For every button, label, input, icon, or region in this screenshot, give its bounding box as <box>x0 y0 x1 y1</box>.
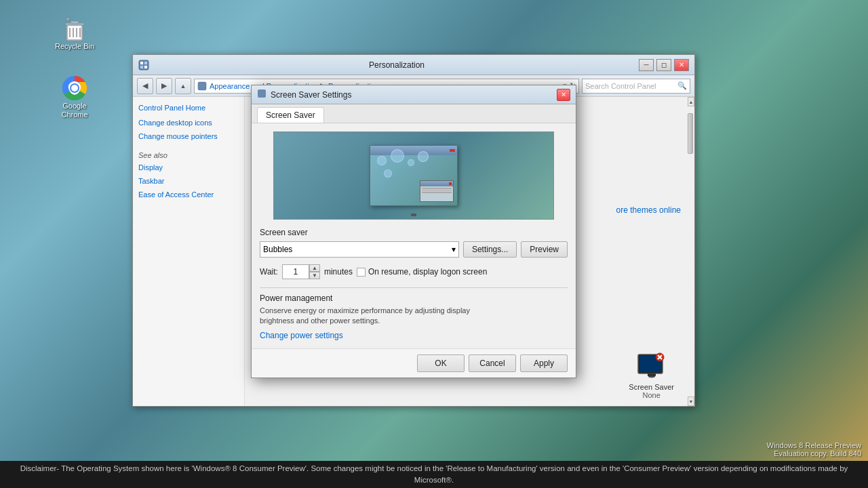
up-button[interactable]: ▲ <box>175 78 191 94</box>
back-button[interactable]: ◀ <box>137 78 153 94</box>
sidebar-home-link[interactable]: Control Panel Home <box>138 104 239 112</box>
logon-checkbox-row: On resume, display logon screen <box>357 267 487 277</box>
disclaimer-text: Disclaimer- The Operating System shown h… <box>20 464 848 484</box>
wait-input[interactable]: 1 <box>282 264 309 279</box>
screen-saver-row: Bubbles ▾ Settings... Preview <box>260 241 568 258</box>
close-button[interactable]: ✕ <box>674 59 689 71</box>
dialog-container: Screen Saver Settings ✕ Screen Saver <box>251 85 576 378</box>
svg-rect-17 <box>140 66 143 68</box>
logon-checkbox[interactable] <box>357 268 366 277</box>
scroll-up-arrow[interactable]: ▲ <box>688 97 694 106</box>
recycle-bin-icon[interactable]: Recycle Bin <box>51 15 98 50</box>
dialog-tabs: Screen Saver <box>252 104 576 123</box>
chrome-label: Google Chrome <box>51 102 98 119</box>
spinner-up[interactable]: ▲ <box>309 264 320 272</box>
screen-saver-dropdown[interactable]: Bubbles ▾ <box>260 241 459 258</box>
minimize-button[interactable]: ─ <box>639 59 654 71</box>
sidebar-display-link[interactable]: Display <box>138 163 239 171</box>
preview-area <box>273 131 554 220</box>
bubble-4 <box>418 155 429 162</box>
sidebar-ease-of-access-link[interactable]: Ease of Access Center <box>138 190 239 199</box>
cancel-button[interactable]: Cancel <box>469 354 516 372</box>
svg-rect-27 <box>258 89 266 98</box>
wait-label: Wait: <box>260 267 278 277</box>
sidebar: Control Panel Home Change desktop icons … <box>133 97 245 406</box>
screen-saver-tab[interactable]: Screen Saver <box>257 107 324 123</box>
recycle-bin-label: Recycle Bin <box>55 42 94 50</box>
chrome-icon-desktop[interactable]: Google Chrome <box>51 75 98 119</box>
scrollbar-thumb[interactable] <box>688 113 693 154</box>
svg-rect-23 <box>648 373 656 376</box>
dialog-title: Screen Saver Settings <box>271 90 557 100</box>
preview-button[interactable]: Preview <box>521 241 568 258</box>
window-title: Personalization <box>155 60 639 70</box>
restore-button[interactable]: ◻ <box>656 59 671 71</box>
more-themes-link[interactable]: ore themes online <box>616 205 681 215</box>
search-icon[interactable]: 🔍 <box>677 81 687 90</box>
mini-window-body <box>370 155 457 205</box>
bubble-5 <box>384 169 392 178</box>
windows-info: Windows 8 Release Preview Evaluation cop… <box>767 441 861 458</box>
screen-saver-value: None <box>643 391 660 399</box>
power-section-desc: Conserve energy or maximize performance … <box>260 306 568 327</box>
window-titlebar: Personalization ─ ◻ ✕ <box>133 55 694 75</box>
disclaimer-bar: Disclaimer- The Operating System shown h… <box>0 461 868 489</box>
dropdown-arrow: ▾ <box>452 245 456 254</box>
scroll-down-arrow[interactable]: ▼ <box>688 396 694 406</box>
svg-rect-19 <box>198 82 206 90</box>
mini-title-bar <box>370 146 457 155</box>
screen-saver-icon <box>635 350 668 383</box>
scrollbar[interactable]: ▲ ▼ <box>688 97 694 406</box>
ok-button[interactable]: OK <box>417 354 465 372</box>
divider <box>260 287 568 288</box>
apply-button[interactable]: Apply <box>520 354 568 372</box>
screen-saver-area: Screen Saver None <box>629 350 674 399</box>
svg-rect-15 <box>140 62 143 64</box>
wait-row: Wait: 1 ▲ ▼ minutes <box>260 264 568 279</box>
minutes-label: minutes <box>324 267 353 277</box>
screen-saver-label: Screen Saver <box>629 383 674 391</box>
wait-spinner[interactable]: ▲ ▼ <box>309 264 320 279</box>
screen-saver-dialog: Screen Saver Settings ✕ Screen Saver <box>251 85 576 378</box>
dropdown-value: Bubbles <box>263 245 292 254</box>
settings-button[interactable]: Settings... <box>463 241 517 258</box>
change-power-settings-link[interactable]: Change power settings <box>260 331 343 340</box>
svg-point-13 <box>71 85 78 92</box>
svg-rect-16 <box>144 62 147 64</box>
power-management-section: Power management Conserve energy or maxi… <box>260 293 568 340</box>
sidebar-taskbar-link[interactable]: Taskbar <box>138 177 239 185</box>
logon-label: On resume, display logon screen <box>368 267 487 277</box>
window-controls: ─ ◻ ✕ <box>639 59 689 71</box>
svg-point-8 <box>66 17 70 21</box>
dialog-content: Screen saver Bubbles ▾ Settings... Previ… <box>252 123 576 348</box>
mini-preview-window <box>370 145 458 206</box>
inner-window <box>420 180 454 202</box>
svg-rect-7 <box>71 21 79 24</box>
screen-saver-section-label: Screen saver <box>260 228 568 237</box>
desktop: Recycle Bin Google Chrome <box>0 0 868 488</box>
bubble-2 <box>391 155 404 163</box>
dialog-titlebar: Screen Saver Settings ✕ <box>252 85 576 104</box>
spinner-down[interactable]: ▼ <box>309 272 320 279</box>
screen-saver-section: Screen saver Bubbles ▾ Settings... Previ… <box>260 228 568 279</box>
sidebar-change-mouse-pointers[interactable]: Change mouse pointers <box>138 132 239 140</box>
see-also-label: See also <box>138 151 239 159</box>
bubble-3 <box>408 159 414 166</box>
power-section-label: Power management <box>260 293 568 303</box>
windows-version-line1: Windows 8 Release Preview <box>767 441 861 449</box>
dialog-close-button[interactable]: ✕ <box>557 89 570 101</box>
search-box[interactable]: Search Control Panel 🔍 <box>582 79 690 94</box>
windows-version-line2: Evaluation copy. Build 840 <box>767 449 861 458</box>
sidebar-change-desktop-icons[interactable]: Change desktop icons <box>138 119 239 127</box>
dialog-buttons: OK Cancel Apply <box>252 348 576 378</box>
display-indicator <box>411 214 416 216</box>
forward-button[interactable]: ▶ <box>156 78 172 94</box>
search-placeholder: Search Control Panel <box>585 82 656 90</box>
wait-value: 1 <box>294 267 298 277</box>
bubble-1 <box>377 156 387 165</box>
wait-input-group: 1 ▲ ▼ <box>282 264 320 279</box>
svg-rect-18 <box>144 66 147 68</box>
